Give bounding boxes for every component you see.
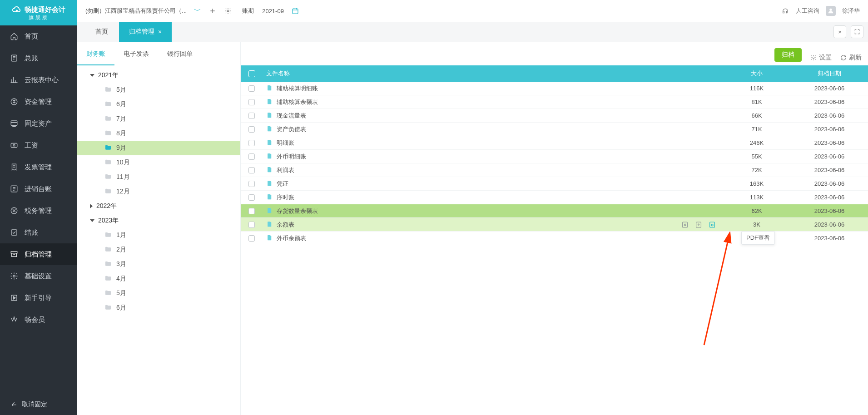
month-label: 8月 [116, 129, 126, 138]
row-checkbox[interactable] [248, 99, 255, 105]
salary-icon [10, 141, 18, 149]
subtab-2[interactable]: 银行回单 [158, 43, 202, 65]
consult-link[interactable]: 人工咨询 [796, 7, 819, 15]
pdf-download-icon[interactable] [694, 221, 703, 229]
file-date: 2023-06-06 [791, 221, 868, 228]
sidebar-item-label: 新手引导 [25, 294, 52, 302]
tree-month[interactable]: 11月 [77, 170, 240, 184]
row-checkbox[interactable] [248, 126, 255, 133]
sidebar-item-ledger[interactable]: 总账 [0, 47, 77, 69]
table-row[interactable]: 余额表3K2023-06-06 [241, 218, 868, 232]
table-row[interactable]: 现金流量表66K2023-06-06 [241, 109, 868, 123]
table-row[interactable]: 明细账246K2023-06-06 [241, 136, 868, 150]
file-icon [266, 207, 273, 215]
period-value[interactable]: 2021-09 [262, 8, 284, 15]
chevron-down-icon[interactable]: ﹀ [194, 6, 201, 16]
row-checkbox[interactable] [248, 208, 255, 214]
tree-month[interactable]: 10月 [77, 155, 240, 170]
tree-month[interactable]: 6月 [77, 97, 240, 112]
tree-year[interactable]: 2023年 [77, 213, 240, 228]
excel-download-icon[interactable] [681, 221, 689, 229]
tree-month[interactable]: 7月 [77, 112, 240, 126]
pdf-view-icon[interactable] [708, 221, 716, 229]
row-checkbox[interactable] [248, 194, 255, 201]
calendar-icon[interactable] [291, 7, 299, 15]
svg-point-11 [227, 10, 229, 12]
tab-home[interactable]: 首页 [85, 22, 118, 42]
row-checkbox[interactable] [248, 181, 255, 187]
fullscreen-icon[interactable] [851, 25, 863, 38]
settings-link[interactable]: 设置 [810, 54, 832, 62]
sidebar-unpin[interactable]: 取消固定 [0, 394, 77, 415]
col-size[interactable]: 大小 [723, 69, 791, 78]
folder-icon [104, 275, 112, 283]
row-checkbox[interactable] [248, 235, 255, 242]
sidebar-item-archive[interactable]: 归档管理 [0, 243, 77, 265]
file-size: 163K [723, 180, 791, 187]
table-row[interactable]: 序时账113K2023-06-06 [241, 191, 868, 204]
col-date[interactable]: 归档日期 [791, 69, 868, 78]
tree-year[interactable]: 2021年 [77, 68, 240, 83]
close-icon[interactable]: × [158, 28, 162, 35]
tab-archive[interactable]: 归档管理 × [119, 22, 172, 42]
table-row[interactable]: 资产负债表71K2023-06-06 [241, 123, 868, 136]
tree-month[interactable]: 4月 [77, 272, 240, 286]
stock-icon [10, 185, 18, 193]
table-row[interactable]: 利润表72K2023-06-06 [241, 163, 868, 177]
tree-month[interactable]: 5月 [77, 286, 240, 301]
sidebar-item-tax[interactable]: 税务管理 [0, 200, 77, 222]
row-checkbox[interactable] [248, 167, 255, 173]
file-icon [266, 153, 273, 161]
gear-icon[interactable] [224, 7, 232, 15]
tree-month[interactable]: 5月 [77, 83, 240, 97]
sidebar-item-close[interactable]: 结账 [0, 222, 77, 243]
tree-month[interactable]: 8月 [77, 126, 240, 141]
sidebar-item-invoice[interactable]: 发票管理 [0, 156, 77, 178]
row-checkbox[interactable] [248, 140, 255, 146]
user-name[interactable]: 徐泽华 [842, 7, 860, 15]
col-name[interactable]: 文件名称 [263, 69, 723, 78]
logo[interactable]: 畅捷通好会计 旗舰版 [0, 0, 77, 25]
sidebar-item-vip[interactable]: 畅会员 [0, 309, 77, 331]
headset-icon[interactable] [781, 7, 789, 15]
folder-icon [104, 129, 112, 138]
table-row[interactable]: 存货数量余额表62K2023-06-06 [241, 204, 868, 218]
subtab-0[interactable]: 财务账 [77, 43, 114, 65]
sidebar-item-settings[interactable]: 基础设置 [0, 265, 77, 287]
sidebar-item-salary[interactable]: 工资 [0, 134, 77, 156]
table-row[interactable]: 辅助核算明细账116K2023-06-06 [241, 82, 868, 95]
company-selector[interactable]: (勿删）江西服宝精品有限责任公司（... [85, 7, 187, 15]
month-label: 7月 [116, 115, 126, 123]
close-all-icon[interactable]: × [833, 25, 846, 38]
sidebar-item-home[interactable]: 首页 [0, 25, 77, 47]
sidebar-item-asset[interactable]: 固定资产 [0, 113, 77, 134]
month-label: 4月 [116, 275, 126, 283]
sidebar-item-label: 结账 [25, 228, 38, 237]
table-row[interactable]: 凭证163K2023-06-06 [241, 177, 868, 191]
tree-year[interactable]: 2022年 [77, 199, 240, 213]
row-checkbox[interactable] [248, 113, 255, 119]
sidebar-item-report[interactable]: 云报表中心 [0, 69, 77, 91]
sidebar-item-label: 归档管理 [25, 250, 52, 259]
tree-month[interactable]: 1月 [77, 228, 240, 242]
table-row[interactable]: 外币明细账55K2023-06-06 [241, 150, 868, 163]
tree-month[interactable]: 6月 [77, 301, 240, 315]
refresh-link[interactable]: 刷新 [840, 54, 862, 62]
row-checkbox[interactable] [248, 222, 255, 228]
subtab-1[interactable]: 电子发票 [114, 43, 158, 65]
sidebar-item-guide[interactable]: 新手引导 [0, 287, 77, 309]
avatar[interactable] [826, 6, 836, 16]
select-all-checkbox[interactable] [248, 70, 255, 77]
sidebar-item-funds[interactable]: 资金管理 [0, 91, 77, 113]
row-checkbox[interactable] [248, 85, 255, 92]
table-row[interactable]: 辅助核算余额表81K2023-06-06 [241, 95, 868, 109]
tree-month[interactable]: 9月 [77, 141, 240, 155]
tree-month[interactable]: 3月 [77, 257, 240, 272]
archive-button[interactable]: 归档 [774, 48, 802, 62]
plus-icon[interactable] [208, 7, 217, 15]
tree-month[interactable]: 2月 [77, 242, 240, 257]
sidebar-item-stock[interactable]: 进销台账 [0, 178, 77, 200]
row-checkbox[interactable] [248, 153, 255, 160]
file-name: 存货数量余额表 [277, 207, 318, 215]
tree-month[interactable]: 12月 [77, 184, 240, 199]
